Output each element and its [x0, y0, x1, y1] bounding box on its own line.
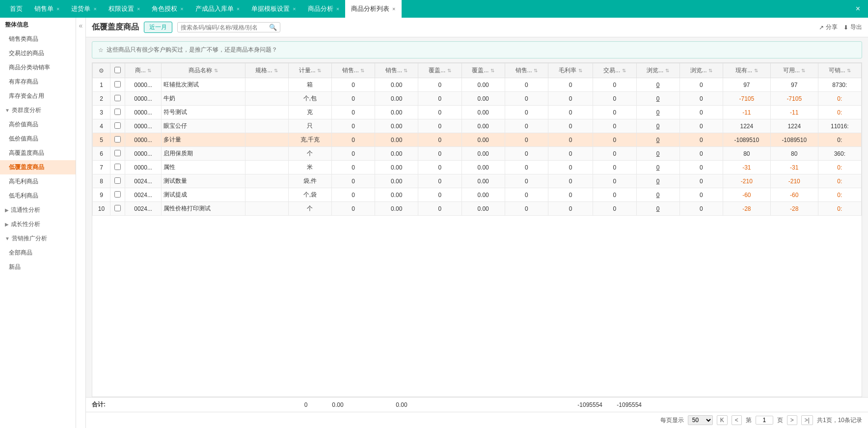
table-row[interactable]: 10 0024... 属性价格打印测试 个 0 0.00 0 0.00 0 0 … [93, 202, 862, 216]
nav-permissions[interactable]: 权限设置 × [103, 0, 146, 18]
th-checkbox[interactable] [110, 63, 125, 78]
nav-analysis[interactable]: 商品分析 × [302, 0, 345, 18]
th-browse2[interactable]: 浏览... ⇅ [679, 63, 723, 78]
prev-page-button[interactable]: < [732, 415, 742, 425]
first-page-button[interactable]: K [717, 415, 728, 425]
table-row[interactable]: 1 0000... 旺辅批次测试 箱 0 0.00 0 0.00 0 0 0 0… [93, 78, 862, 92]
sidebar-item-stock-capital[interactable]: 库存资金占用 [0, 89, 76, 103]
cell-checkbox[interactable] [110, 188, 125, 202]
th-cover1[interactable]: 覆盖... ⇅ [418, 63, 461, 78]
sidebar-section-overall[interactable]: 整体信息 [0, 18, 76, 32]
cell-name[interactable]: 多计量 [162, 133, 245, 147]
select-all-checkbox[interactable] [114, 67, 121, 73]
sidebar-group-flow[interactable]: ▶ 流通性分析 [0, 203, 76, 217]
cell-browse1[interactable]: 0 [636, 174, 679, 188]
cell-checkbox[interactable] [110, 147, 125, 161]
sidebar-item-category-rate[interactable]: 商品分类动销率 [0, 60, 76, 75]
table-row[interactable]: 5 0000... 多计量 克,千克 0 0.00 0 0.00 0 0 0 0… [93, 133, 862, 147]
sidebar-item-high-coverage[interactable]: 高覆盖度商品 [0, 146, 76, 160]
nav-analysis-close[interactable]: × [336, 6, 339, 12]
cell-name[interactable]: 符号测试 [162, 106, 245, 119]
cell-name[interactable]: 测试提成 [162, 188, 245, 202]
sidebar-item-high-value[interactable]: 高价值商品 [0, 117, 76, 132]
cell-name[interactable]: 启用保质期 [162, 147, 245, 161]
search-box[interactable]: 🔍 [177, 22, 280, 32]
last-page-button[interactable]: >| [801, 415, 813, 425]
table-row[interactable]: 6 0000... 启用保质期 个 0 0.00 0 0.00 0 0 0 0 … [93, 147, 862, 161]
nav-purchase-close[interactable]: × [93, 6, 96, 12]
search-input[interactable] [181, 24, 269, 31]
table-row[interactable]: 9 0024... 测试提成 个,袋 0 0.00 0 0.00 0 0 0 0… [93, 188, 862, 202]
current-page-input[interactable] [756, 416, 773, 425]
row-checkbox[interactable] [114, 81, 121, 87]
cell-browse1[interactable]: 0 [636, 119, 679, 133]
row-checkbox[interactable] [114, 150, 121, 156]
th-trade[interactable]: 交易... ⇅ [593, 63, 636, 78]
cell-checkbox[interactable] [110, 161, 125, 174]
cell-name[interactable]: 牛奶 [162, 92, 245, 106]
nav-purchase[interactable]: 进货单 × [65, 0, 102, 18]
table-row[interactable]: 4 0000... 眼宝公仔 只 0 0.00 0 0.00 0 0 0 0 0… [93, 119, 862, 133]
th-margin[interactable]: 毛利率 ⇅ [548, 63, 593, 78]
row-checkbox[interactable] [114, 136, 121, 143]
cell-browse1[interactable]: 0 [636, 106, 679, 119]
cell-name[interactable]: 眼宝公仔 [162, 119, 245, 133]
page-size-select[interactable]: 10 20 50 100 [688, 415, 713, 425]
th-stock-sale[interactable]: 可销... ⇅ [818, 63, 861, 78]
sidebar-item-high-margin[interactable]: 高毛利商品 [0, 174, 76, 189]
sidebar-group-quality[interactable]: ▼ 类群度分析 [0, 103, 76, 117]
nav-roles-close[interactable]: × [180, 6, 183, 12]
sidebar-item-low-coverage[interactable]: 低覆盖度商品 [0, 160, 76, 174]
th-sales3[interactable]: 销售... ⇅ [505, 63, 548, 78]
window-close-icon[interactable]: × [852, 4, 864, 13]
cell-browse1[interactable]: 0 [636, 133, 679, 147]
sidebar-group-growth[interactable]: ▶ 成长性分析 [0, 217, 76, 231]
th-sales-amt[interactable]: 销售... ⇅ [375, 63, 418, 78]
th-name[interactable]: 商品名称 ⇅ [162, 63, 245, 78]
nav-home[interactable]: 首页 [4, 0, 28, 18]
row-checkbox[interactable] [114, 191, 121, 198]
cell-checkbox[interactable] [110, 202, 125, 216]
th-cover2[interactable]: 覆盖... ⇅ [461, 63, 505, 78]
cell-name[interactable]: 旺辅批次测试 [162, 78, 245, 92]
nav-permissions-close[interactable]: × [137, 6, 140, 12]
cell-browse1[interactable]: 0 [636, 161, 679, 174]
nav-analysis-list-close[interactable]: × [392, 6, 395, 12]
cell-browse1[interactable]: 0 [636, 188, 679, 202]
sidebar-collapse-btn[interactable]: « [76, 18, 86, 428]
table-row[interactable]: 8 0024... 测试数量 袋,件 0 0.00 0 0.00 0 0 0 0… [93, 174, 862, 188]
nav-sales[interactable]: 销售单 × [28, 0, 65, 18]
sidebar-item-new-goods[interactable]: 新品 [0, 260, 76, 274]
cell-name[interactable]: 属性价格打印测试 [162, 202, 245, 216]
nav-production[interactable]: 产成品入库单 × [190, 0, 245, 18]
nav-production-close[interactable]: × [237, 6, 240, 12]
sidebar-item-all-goods[interactable]: 全部商品 [0, 246, 76, 260]
row-checkbox[interactable] [114, 95, 121, 101]
sidebar-item-traded-goods[interactable]: 交易过的商品 [0, 46, 76, 60]
cell-checkbox[interactable] [110, 174, 125, 188]
cell-browse1[interactable]: 0 [636, 202, 679, 216]
nav-analysis-list[interactable]: 商品分析列表 × [345, 0, 401, 18]
row-checkbox[interactable] [114, 177, 121, 184]
nav-roles[interactable]: 角色授权 × [146, 0, 189, 18]
row-checkbox[interactable] [114, 109, 121, 115]
row-checkbox[interactable] [114, 164, 121, 170]
sidebar-group-marketing[interactable]: ▼ 营销推广分析 [0, 231, 76, 246]
cell-browse1[interactable]: 0 [636, 92, 679, 106]
next-page-button[interactable]: > [787, 415, 797, 425]
cell-checkbox[interactable] [110, 92, 125, 106]
sidebar-item-low-value[interactable]: 低价值商品 [0, 132, 76, 146]
th-browse1[interactable]: 浏览... ⇅ [636, 63, 679, 78]
th-sales-qty[interactable]: 销售... ⇅ [331, 63, 375, 78]
cell-checkbox[interactable] [110, 106, 125, 119]
row-checkbox[interactable] [114, 122, 121, 129]
cell-checkbox[interactable] [110, 133, 125, 147]
sidebar-item-in-stock[interactable]: 有库存商品 [0, 75, 76, 89]
export-button[interactable]: ⬇ 导出 [843, 23, 862, 31]
th-spec[interactable]: 规格... ⇅ [245, 63, 288, 78]
period-button[interactable]: 近一月 [144, 22, 172, 33]
table-row[interactable]: 3 0000... 符号测试 克 0 0.00 0 0.00 0 0 0 0 0… [93, 106, 862, 119]
table-row[interactable]: 2 0000... 牛奶 个,包 0 0.00 0 0.00 0 0 0 0 0… [93, 92, 862, 106]
sidebar-item-sales-goods[interactable]: 销售类商品 [0, 32, 76, 46]
search-icon[interactable]: 🔍 [269, 24, 277, 31]
